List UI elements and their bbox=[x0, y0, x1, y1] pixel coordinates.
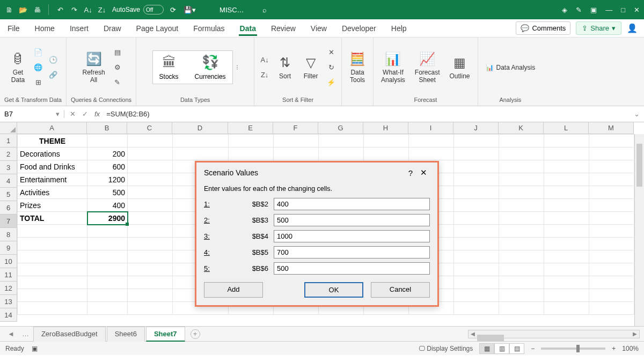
diamond-icon[interactable]: ◈ bbox=[562, 6, 567, 14]
cell-J4[interactable] bbox=[454, 173, 499, 186]
get-data-button[interactable]: 🛢Get Data bbox=[6, 49, 29, 85]
edit-links-icon[interactable]: ✎ bbox=[112, 77, 123, 88]
minimize-button[interactable]: — bbox=[605, 6, 612, 14]
cell-D1[interactable] bbox=[173, 135, 229, 147]
cell-K7[interactable] bbox=[499, 212, 544, 225]
cell-B11[interactable] bbox=[87, 263, 128, 276]
cell-K11[interactable] bbox=[499, 263, 544, 276]
cell-B12[interactable] bbox=[87, 276, 128, 289]
cell-L12[interactable] bbox=[544, 276, 589, 289]
cell-C6[interactable] bbox=[128, 199, 173, 212]
row-header-1[interactable]: 1 bbox=[0, 134, 17, 147]
expand-formula-icon[interactable]: ⌄ bbox=[634, 110, 644, 118]
cell-A9[interactable] bbox=[18, 238, 87, 250]
data-tools-button[interactable]: 🧮Data Tools bbox=[346, 49, 369, 85]
col-header-H[interactable]: H bbox=[363, 122, 408, 134]
cell-C14[interactable] bbox=[128, 302, 173, 315]
cell-J1[interactable] bbox=[454, 135, 499, 147]
cell-M3[interactable] bbox=[589, 160, 634, 173]
refresh-all-button[interactable]: 🔄Refresh All bbox=[79, 49, 108, 85]
cell-M11[interactable] bbox=[589, 263, 634, 276]
cell-B2[interactable]: 200 bbox=[87, 147, 128, 160]
row-header-2[interactable]: 2 bbox=[0, 147, 17, 161]
cell-B5[interactable]: 500 bbox=[87, 186, 128, 199]
cell-K13[interactable] bbox=[499, 289, 544, 302]
properties-icon[interactable]: ⚙ bbox=[112, 62, 123, 73]
col-header-I[interactable]: I bbox=[408, 122, 453, 134]
ok-button[interactable]: OK bbox=[304, 282, 363, 298]
page-break-view-button[interactable]: ▤ bbox=[509, 343, 524, 354]
cell-B13[interactable] bbox=[87, 289, 128, 302]
row-header-7[interactable]: 7 bbox=[0, 215, 17, 228]
cell-B3[interactable]: 600 bbox=[87, 160, 128, 173]
recent-sources-icon[interactable]: 🕒 bbox=[47, 54, 59, 66]
cell-A5[interactable]: Activities bbox=[18, 186, 87, 199]
data-types-gallery[interactable]: 🏛Stocks 💱Currencies bbox=[152, 50, 233, 84]
row-header-3[interactable]: 3 bbox=[0, 161, 17, 174]
row-header-10[interactable]: 10 bbox=[0, 255, 17, 268]
sort-desc-icon[interactable]: Z↓ bbox=[97, 5, 107, 14]
row-header-4[interactable]: 4 bbox=[0, 174, 17, 188]
cell-K3[interactable] bbox=[499, 160, 544, 173]
cell-L14[interactable] bbox=[544, 302, 589, 315]
cell-J12[interactable] bbox=[454, 276, 499, 289]
normal-view-button[interactable]: ▦ bbox=[479, 343, 494, 354]
col-header-E[interactable]: E bbox=[228, 122, 273, 134]
cell-J7[interactable] bbox=[454, 212, 499, 225]
add-button[interactable]: Add bbox=[204, 282, 263, 298]
cell-K8[interactable] bbox=[499, 225, 544, 238]
cell-M9[interactable] bbox=[589, 238, 634, 250]
cell-K5[interactable] bbox=[499, 186, 544, 199]
cell-D2[interactable] bbox=[173, 147, 229, 160]
search-icon[interactable]: ⌕ bbox=[262, 6, 267, 14]
sheet-tab-Sheet6[interactable]: Sheet6 bbox=[107, 327, 145, 342]
outline-button[interactable]: ▦Outline bbox=[446, 53, 473, 82]
cell-L3[interactable] bbox=[544, 160, 589, 173]
tab-insert[interactable]: Insert bbox=[69, 21, 90, 36]
cell-I1[interactable] bbox=[409, 135, 454, 147]
cell-L13[interactable] bbox=[544, 289, 589, 302]
cell-J8[interactable] bbox=[454, 225, 499, 238]
sheet-nav-more[interactable]: … bbox=[19, 330, 32, 338]
col-header-F[interactable]: F bbox=[273, 122, 318, 134]
cell-F2[interactable] bbox=[274, 147, 319, 160]
save-icon[interactable]: 💾▾ bbox=[184, 6, 196, 14]
existing-conn-icon[interactable]: 🔗 bbox=[47, 69, 59, 81]
sort-az-icon[interactable]: A↓ bbox=[259, 54, 270, 66]
cell-M1[interactable] bbox=[589, 135, 634, 147]
fx-icon[interactable]: fx bbox=[94, 110, 100, 118]
cell-L11[interactable] bbox=[544, 263, 589, 276]
cell-M8[interactable] bbox=[589, 225, 634, 238]
dialog-help-button[interactable]: ? bbox=[404, 168, 417, 178]
tab-file[interactable]: File bbox=[6, 21, 21, 36]
macro-record-icon[interactable]: ▣ bbox=[32, 345, 38, 352]
zoom-in-button[interactable]: + bbox=[612, 345, 616, 352]
add-sheet-button[interactable]: + bbox=[191, 329, 200, 339]
refresh-icon[interactable]: ⟳ bbox=[170, 6, 176, 14]
cell-I2[interactable] bbox=[409, 147, 454, 160]
cell-J6[interactable] bbox=[454, 199, 499, 212]
display-settings[interactable]: 🖵 Display Settings bbox=[419, 345, 473, 352]
tab-review[interactable]: Review bbox=[270, 21, 297, 36]
wand-icon[interactable]: ✎ bbox=[576, 6, 582, 14]
cell-B10[interactable] bbox=[87, 250, 128, 263]
open-file-icon[interactable]: 📂 bbox=[18, 5, 28, 14]
tab-data[interactable]: Data bbox=[239, 21, 257, 36]
cancel-formula-icon[interactable]: ✕ bbox=[70, 110, 76, 118]
cell-M5[interactable] bbox=[589, 186, 634, 199]
col-header-D[interactable]: D bbox=[172, 122, 228, 134]
zoom-level[interactable]: 100% bbox=[622, 345, 639, 352]
vertical-scrollbar[interactable] bbox=[634, 134, 644, 326]
cell-B6[interactable]: 400 bbox=[87, 199, 128, 212]
accept-formula-icon[interactable]: ✓ bbox=[82, 110, 88, 118]
cell-J2[interactable] bbox=[454, 147, 499, 160]
cancel-button[interactable]: Cancel bbox=[371, 282, 430, 298]
cell-C11[interactable] bbox=[128, 263, 173, 276]
cell-L1[interactable] bbox=[544, 135, 589, 147]
sheet-tab-ZeroBasedBudget[interactable]: ZeroBasedBudget bbox=[33, 327, 106, 342]
close-button[interactable]: ✕ bbox=[634, 6, 640, 14]
cell-K10[interactable] bbox=[499, 250, 544, 263]
reapply-icon[interactable]: ↻ bbox=[325, 62, 337, 73]
cell-L10[interactable] bbox=[544, 250, 589, 263]
cell-C2[interactable] bbox=[128, 147, 173, 160]
